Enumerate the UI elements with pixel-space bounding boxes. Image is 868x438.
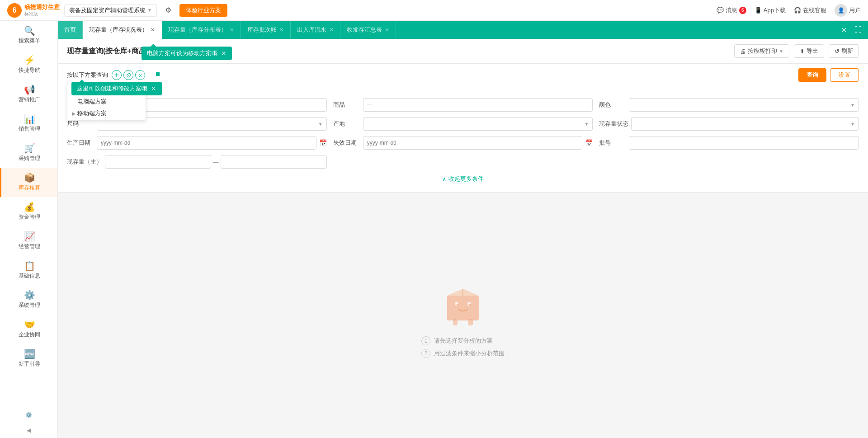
messages-action[interactable]: 💬 消息 6 [717,6,746,14]
sidebar-item-basicinfo[interactable]: 📋 基础信息 [0,256,57,285]
logo-text: 畅捷通好生意 标准版 [24,4,60,17]
scheme-mobile-tooltip: 电脑方案可设为移动方案哦 ✕ [142,47,232,60]
query-button[interactable]: 查询 [798,68,826,82]
sidebar-item-marketing[interactable]: 📢 营销推广 [0,80,57,109]
sidebar-bottom: ⚙️ ◀ [0,407,57,438]
calendar-icon[interactable]: 📅 [319,139,327,146]
tab-close-icon[interactable]: ✕ [151,27,155,33]
sidebar-item-guide[interactable]: 🆕 新手引导 [0,344,57,373]
chevron-icon: ▼ [850,122,855,127]
back-scheme-btn[interactable]: « [135,70,145,80]
phone-icon: 📱 [755,7,762,14]
edit-scheme-btn[interactable]: ⊙ [123,70,133,80]
settings-icon[interactable]: ⚙ [161,4,175,17]
print-icon: 🖨 [740,48,746,55]
tab-close-icon[interactable]: ✕ [230,27,234,33]
tabs-actions: ✕ ⛶ [837,24,868,36]
sidebar-item-sales[interactable]: 📊 销售管理 [0,109,57,138]
top-header: 6 畅捷通好生意 标准版 装备及固定资产辅助管理系统 ▼ ⚙ 体验行业方案 💬 … [0,0,868,21]
sidebar-item-inventory[interactable]: 📦 库存核算 [0,168,57,197]
filter-batch: 批号 [599,136,859,150]
handshake-icon: 🤝 [24,320,35,329]
avatar: 👤 [835,4,847,17]
export-icon: ⬆ [800,48,805,55]
filter-row-3: 生产日期 📅 失效日期 📅 批号 [67,136,859,150]
sidebar-item-quicknav[interactable]: ⚡ 快捷导航 [0,50,57,80]
collapse-button[interactable]: ∧ 收起更多条件 [67,172,859,186]
inv-main-range: — [105,155,327,169]
online-support-action[interactable]: 🎧 在线客服 [794,6,826,14]
inv-main-from[interactable] [105,155,211,169]
batch-input[interactable] [629,136,859,150]
svg-rect-5 [453,319,458,325]
origin-select[interactable]: ▼ [363,117,593,131]
tab-summary[interactable]: 收发存汇总表 ✕ [340,21,396,39]
sidebar-item-system[interactable]: ⚙️ 系统管理 [0,285,57,315]
tab-inventory-status[interactable]: 现存量（库存状况表） ✕ [83,21,162,39]
filter-header: 按以下方案查询 + ⊙ « 电脑方案可设为移动方案哦 ✕ [67,70,859,80]
set-button[interactable]: 设置 [830,68,859,82]
tab-close-icon[interactable]: ✕ [329,27,334,33]
inv-status-select[interactable]: ▼ [631,117,859,131]
color-select[interactable]: ▼ [629,98,859,112]
svg-point-3 [457,304,458,306]
empty-step-2: 2 用过滤条件来缩小分析范围 [421,349,505,358]
exp-date-input[interactable] [363,136,583,150]
chevron-icon: ▼ [850,103,855,108]
search-icon: 🔍 [24,26,35,35]
edit-scheme-tooltip: 这里可以创建和修改方案哦 ✕ [71,82,162,95]
user-action[interactable]: 👤 用户 [835,4,861,17]
print-button[interactable]: 🖨 按模板打印 ▼ [734,44,789,58]
tooltip-close-btn[interactable]: ✕ [221,50,226,57]
chevron-up-icon: ∧ [442,176,447,183]
inv-main-to[interactable] [221,155,327,169]
tab-inventory-dist[interactable]: 现存量（库存分布表） ✕ [162,21,241,39]
tab-close-all-btn[interactable]: ✕ [837,24,850,36]
scheme-pc-sub: 电脑端方案 [67,96,146,107]
filter-header-buttons: + ⊙ « [112,70,145,80]
filter-row-1: 仓库 ··· 商品 ··· 颜色 [67,98,859,112]
app-download-action[interactable]: 📱 App下载 [755,6,786,14]
empty-state: 1 请先选择要分析的方案 2 用过滤条件来缩小分析范围 [58,193,868,438]
dots-icon: ··· [367,101,373,109]
goods-select[interactable]: ··· [363,98,593,112]
calendar-icon[interactable]: 📅 [585,139,593,146]
refresh-button[interactable]: ↺ 刷新 [829,44,859,58]
sidebar-item-management[interactable]: 📈 经营管理 [0,226,57,256]
page-content: 现存量查询(按仓库+商品) 🖨 按模板打印 ▼ ⬆ 导出 ↺ 刷新 [58,39,868,438]
gear-icon: ⚙️ [24,291,35,300]
logo-area: 6 畅捷通好生意 标准版 [7,3,60,18]
empty-step-1: 1 请先选择要分析的方案 [421,336,505,345]
tab-close-icon[interactable]: ✕ [279,27,284,33]
sidebar-item-collab[interactable]: 🤝 企业协同 [0,315,57,344]
tab-batch-account[interactable]: 库存批次账 ✕ [241,21,291,39]
edit-tooltip-close-btn[interactable]: ✕ [151,85,156,92]
prod-date-input[interactable] [97,136,316,150]
flash-icon: ⚡ [24,56,35,65]
refresh-icon: ↺ [835,48,840,55]
system-select[interactable]: 装备及固定资产辅助管理系统 ▼ [64,4,157,17]
sidebar-settings-btn[interactable]: ⚙️ [0,407,57,423]
sidebar-item-search[interactable]: 🔍 搜索菜单 [0,21,57,50]
chevron-icon: ▼ [584,122,589,127]
box-icon: 📦 [24,173,35,182]
filter-color: 颜色 ▼ [599,98,859,112]
export-button[interactable]: ⬆ 导出 [794,44,824,58]
filter-exp-date: 失效日期 📅 [333,136,593,150]
add-scheme-btn[interactable]: + [112,70,122,80]
sidebar-item-finance[interactable]: 💰 资金管理 [0,197,57,226]
tab-expand-btn[interactable]: ⛶ [852,24,864,36]
tab-home[interactable]: 首页 [58,21,83,39]
money-icon: 💰 [24,203,35,212]
tabs-bar: 首页 现存量（库存状况表） ✕ 现存量（库存分布表） ✕ 库存批次账 ✕ 出入库… [58,21,868,39]
range-separator: — [213,159,219,165]
sidebar-collapse-btn[interactable]: ◀ [0,423,57,438]
sidebar-item-purchase[interactable]: 🛒 采购管理 [0,138,57,168]
filter-goods: 商品 ··· [333,98,593,112]
industry-button[interactable]: 体验行业方案 [179,4,227,17]
page-title: 现存量查询(按仓库+商品) [67,47,148,56]
header-left: 6 畅捷通好生意 标准版 装备及固定资产辅助管理系统 ▼ ⚙ 体验行业方案 [7,3,227,18]
tab-inout-flow[interactable]: 出入库流水 ✕ [291,21,340,39]
empty-illustration [436,273,490,327]
tab-close-icon[interactable]: ✕ [385,27,389,33]
